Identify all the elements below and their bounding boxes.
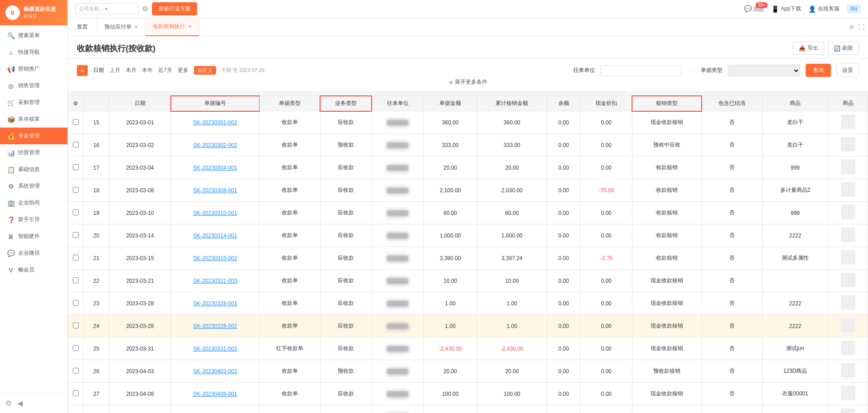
col-docno[interactable]: 单据编号 [171,96,259,111]
this-year-link[interactable]: 本年 [142,66,153,74]
company-selector[interactable]: 公司名称... ▾ [75,3,138,14]
doc-no-link[interactable]: SK-20230403-002 [193,368,237,375]
row-checkbox[interactable] [73,119,79,125]
col-totalcancel[interactable]: 累计核销金额 [477,96,547,111]
col-settled[interactable]: 包含已结清 [702,96,762,111]
partner-input[interactable] [600,65,682,76]
sidebar-item-quick[interactable]: ⌂快捷导航 [0,44,67,61]
sidebar-item-inventory[interactable]: 📦库存核算 [0,111,67,128]
col-amount[interactable]: 单据金额 [424,96,477,111]
col-partner[interactable]: 往来单位 [372,96,423,111]
filter-toggle-btn[interactable]: » [77,65,88,76]
row-checkbox[interactable] [73,187,79,193]
cell-check[interactable] [68,247,84,270]
last-month-link[interactable]: 上月 [109,66,120,74]
close-window-btn[interactable]: ✕ [849,24,854,31]
setting-btn[interactable]: 设置 [836,63,859,77]
doc-no-link[interactable]: SK-20230302-002 [193,142,237,148]
cell-check[interactable] [68,157,84,179]
col-doctype[interactable]: 单据类型 [259,96,320,111]
doc-no-link[interactable]: SK-20230331-002 [193,346,237,352]
app-download-btn[interactable]: 📱 App下载 [771,5,801,13]
sidebar-item-operations[interactable]: 📊经营管理 [0,144,67,161]
row-checkbox[interactable] [73,255,79,261]
cell-check[interactable] [68,383,84,405]
export-btn[interactable]: 📤 导出 [793,42,824,55]
row-checkbox[interactable] [73,232,79,238]
expand-conditions-btn[interactable]: ∨ 展开更多条件 [449,78,487,86]
doc-no-link[interactable]: SK-20230328-002 [193,323,237,329]
sidebar-item-marketing[interactable]: 📢营销推广 [0,61,67,77]
tab-collection[interactable]: 收款核销执行 ✕ [146,18,199,36]
industry-btn[interactable]: 体验行业方案 [152,2,197,15]
search-btn[interactable]: 查询 [806,64,831,77]
dropdown-icon: ▾ [105,6,108,12]
cell-check[interactable] [68,270,84,292]
cell-check[interactable] [68,405,84,413]
voucher-type-select[interactable] [728,65,800,76]
col-canceltype[interactable]: 核销类型 [632,96,702,111]
doc-no-link[interactable]: SK-20230308-001 [193,187,237,194]
sidebar-item-hardware[interactable]: 🖥智能硬件 [0,228,67,245]
row-checkbox[interactable] [73,300,79,306]
cell-check[interactable] [68,224,84,247]
sidebar-item-finance[interactable]: 💰资金管理 [0,128,67,144]
cell-check[interactable] [68,179,84,202]
cell-check[interactable] [68,111,84,134]
row-checkbox[interactable] [73,390,79,396]
settings-gear-icon[interactable]: ⚙ [142,5,148,13]
sidebar-item-purchase[interactable]: 🛒采购管理 [0,94,67,111]
collapse-icon[interactable]: ◀ [17,399,23,408]
tab-home[interactable]: 首页 [68,18,97,36]
col-product[interactable]: 商品 [762,96,828,111]
cell-check[interactable] [68,360,84,383]
custom-btn[interactable]: 自定义 [194,66,216,75]
tab-prepay[interactable]: 预估应付单 ✕ [97,18,146,36]
cell-canceltype: 预收中应收 [632,134,702,157]
sidebar-item-sales[interactable]: ◎销售管理 [0,77,67,94]
col-gear[interactable]: ⚙ [68,96,84,111]
sidebar-item-member[interactable]: V畅会员 [0,261,67,278]
sidebar-item-system[interactable]: ⚙系统管理 [0,178,67,195]
online-service-btn[interactable]: 👤 在线客服 [808,5,840,13]
sidebar-item-search[interactable]: 🔍搜索菜单 [0,27,67,44]
col-biztype[interactable]: 业务类型 [320,96,372,111]
settings-icon[interactable]: ⚙ [5,399,12,408]
doc-no-link[interactable]: SK-20230408-001 [193,391,237,397]
refresh-btn[interactable]: 🔄 刷新 [828,42,859,55]
doc-no-link[interactable]: SK-20230314-001 [193,233,237,239]
cell-check[interactable] [68,202,84,224]
doc-no-link[interactable]: SK-20230304-001 [193,165,237,171]
row-checkbox[interactable] [73,209,79,215]
cell-check[interactable] [68,134,84,157]
row-checkbox[interactable] [73,142,79,147]
row-checkbox[interactable] [73,164,79,170]
doc-no-link[interactable]: SK-20230310-001 [193,210,237,216]
fullscreen-btn[interactable]: ⛶ [858,24,864,31]
row-checkbox[interactable] [73,368,79,374]
doc-no-link[interactable]: SK-20230328-001 [193,300,237,307]
doc-no-link[interactable]: SK-20230301-002 [193,119,237,126]
col-balance[interactable]: 余额 [547,96,580,111]
last-7-days-link[interactable]: 近7天 [158,66,172,74]
more-link[interactable]: 更多 [178,66,189,74]
cell-check[interactable] [68,315,84,337]
cell-check[interactable] [68,292,84,315]
sidebar-item-corp[interactable]: 🏢企业协同 [0,195,67,211]
prepay-tab-close-icon[interactable]: ✕ [134,24,138,29]
doc-no-link[interactable]: SK-20230315-002 [193,255,237,261]
cell-discount: 0.00 [580,270,632,292]
row-checkbox[interactable] [73,345,79,351]
row-checkbox[interactable] [73,277,79,283]
sidebar-item-basic[interactable]: 📋基础信息 [0,161,67,178]
collection-tab-close-icon[interactable]: ✕ [188,24,192,29]
sidebar-item-guide[interactable]: ❓新手引导 [0,211,67,228]
notification-area[interactable]: 💬 消息 99+ [744,5,764,13]
sidebar-item-wechat[interactable]: 💬企业微信 [0,245,67,261]
col-discount[interactable]: 现金折扣 [580,96,632,111]
doc-no-link[interactable]: SK-20230321-003 [193,278,237,284]
cell-check[interactable] [68,337,84,360]
this-month-link[interactable]: 本月 [126,66,137,74]
col-date[interactable]: 日期 [109,96,170,111]
row-checkbox[interactable] [73,323,79,328]
